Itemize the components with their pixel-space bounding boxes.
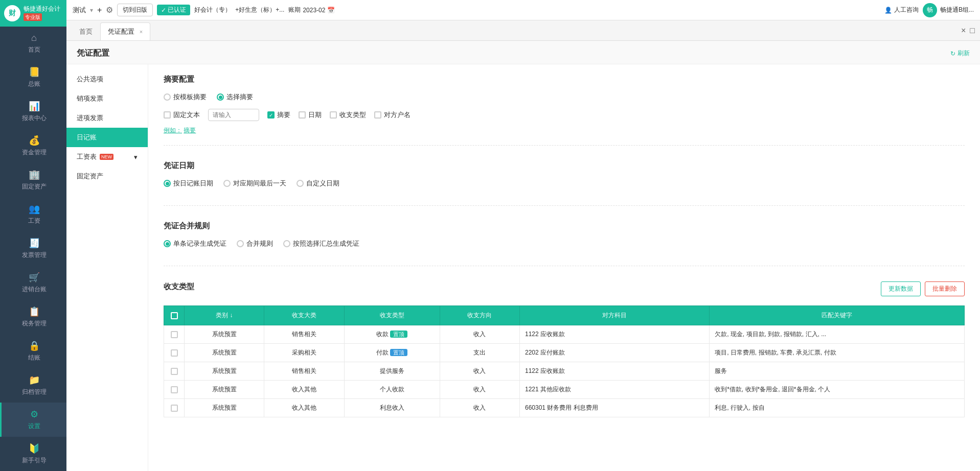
period-info: 账期 2023-02 📅	[288, 6, 335, 14]
sidebar-item-home[interactable]: ⌂首页	[0, 27, 66, 60]
purchase-icon: 🛒	[29, 272, 40, 283]
tab-home[interactable]: 首页	[72, 22, 100, 40]
batch-delete-button[interactable]: 批量删除	[925, 281, 965, 296]
left-nav-item-salary[interactable]: 工资表NEW▾	[66, 147, 148, 167]
company-dropdown-icon[interactable]: ▾	[90, 7, 93, 14]
left-nav-item-public[interactable]: 公共选项	[66, 69, 148, 89]
sidebar-item-guide[interactable]: 🔰新手引导	[0, 437, 66, 471]
sidebar-item-closing[interactable]: 🔒结账	[0, 334, 66, 368]
checkbox-date[interactable]: 日期	[299, 110, 322, 120]
row-checkbox[interactable]	[171, 386, 178, 393]
new-badge: NEW	[100, 154, 113, 160]
row-checkbox[interactable]	[171, 349, 178, 357]
left-nav-item-fixed_asset[interactable]: 固定资产	[66, 167, 148, 186]
sidebar-item-label: 设置	[28, 422, 40, 431]
col-type: 收支类型	[344, 306, 440, 325]
type-tag[interactable]: 置顶	[390, 349, 407, 356]
table-row: 系统预置 收入其他 利息收入 收入 660301 财务费用 利息费用 利息, 行…	[164, 399, 965, 417]
voucher-date-section: 凭证日期 按日记账日期 对应期间最后一天	[164, 161, 965, 206]
table-actions: 更新数据 批量删除	[881, 281, 965, 296]
row-major: 收入其他	[264, 381, 344, 399]
row-checkbox[interactable]	[171, 405, 178, 412]
summary-radio-select[interactable]: 选择摘要	[217, 92, 253, 102]
tab-voucher-config[interactable]: 凭证配置 ×	[100, 22, 150, 40]
checkbox-summary[interactable]: ✓ 摘要	[267, 110, 290, 120]
row-type: 提供服务	[344, 362, 440, 381]
assets-icon: 🏢	[29, 169, 40, 180]
sidebar-item-reports[interactable]: 📊报表中心	[0, 95, 66, 129]
tab-close-icon[interactable]: ×	[140, 29, 143, 35]
sidebar-item-payroll[interactable]: 👥工资	[0, 197, 66, 231]
closing-icon: 🔒	[29, 340, 40, 351]
merge-radio-summary[interactable]: 按照选择汇总生成凭证	[283, 239, 359, 248]
left-nav-item-journal[interactable]: 日记账	[66, 128, 148, 147]
sidebar-item-archive[interactable]: 📁归档管理	[0, 368, 66, 403]
sidebar-item-purchase[interactable]: 🛒进销台账	[0, 266, 66, 300]
sidebar-item-assets[interactable]: 🏢固定资产	[0, 163, 66, 197]
refresh-icon: ↻	[950, 50, 955, 57]
sidebar-item-label: 报表中心	[22, 114, 47, 123]
summary-section-title: 摘要配置	[164, 75, 965, 84]
sidebar-item-label: 进销台账	[22, 285, 47, 294]
customer-service-button[interactable]: 👤 人工咨询	[884, 6, 919, 14]
summary-radio-template[interactable]: 按模板摘要	[164, 92, 207, 102]
merge-radio-rules-circle	[237, 240, 244, 247]
col-keywords: 匹配关键字	[710, 306, 965, 325]
sidebar-item-settings[interactable]: ⚙设置	[0, 403, 66, 437]
page-title: 凭证配置	[77, 48, 109, 59]
left-nav-item-sales[interactable]: 销项发票	[66, 89, 148, 108]
merge-rules-title: 凭证合并规则	[164, 221, 965, 231]
date-radio-journal[interactable]: 按日记账日期	[164, 179, 213, 188]
window-max-button[interactable]: □	[970, 26, 975, 35]
merge-radio-rules[interactable]: 合并规则	[237, 239, 273, 248]
sidebar-item-label: 新手引导	[22, 456, 47, 465]
sidebar-item-label: 总账	[28, 80, 40, 88]
add-button[interactable]: +	[97, 6, 102, 15]
reports-icon: 📊	[29, 101, 40, 112]
checkbox-party[interactable]: 对方户名	[374, 110, 411, 120]
settings-icon[interactable]: ⚙	[106, 5, 113, 15]
ledger-icon: 📒	[29, 66, 40, 78]
right-content-area: 摘要配置 按模板摘要 选择摘要	[148, 64, 980, 471]
row-keywords: 利息, 行驶入, 按自	[710, 399, 965, 417]
summary-radio-template-circle	[164, 93, 171, 101]
sidebar-item-funds[interactable]: 💰资金管理	[0, 129, 66, 163]
archive-icon: 📁	[29, 374, 40, 386]
user-menu[interactable]: 畅 畅捷通B组...	[923, 3, 974, 17]
switch-version-button[interactable]: 切到旧版	[117, 4, 153, 16]
checkbox-fixed-text[interactable]: 固定文本	[164, 110, 200, 120]
row-checkbox[interactable]	[171, 331, 178, 338]
row-direction: 支出	[440, 344, 519, 362]
row-account: 1122 应收账款	[520, 325, 710, 344]
fixed-text-input[interactable]	[208, 109, 259, 121]
calendar-icon[interactable]: 📅	[327, 7, 335, 14]
sidebar-item-invoice[interactable]: 🧾发票管理	[0, 231, 66, 266]
checkbox-type[interactable]: 收支类型	[330, 110, 366, 120]
type-tag[interactable]: 置顶	[390, 331, 407, 338]
col-category: 类别 ↓	[185, 306, 264, 325]
logo-text: 畅捷通好会计 专业版	[24, 5, 60, 21]
sidebar-item-label: 发票管理	[22, 251, 47, 260]
tax-icon: 📋	[29, 306, 40, 317]
sidebar-item-ledger[interactable]: 📒总账	[0, 60, 66, 95]
page-header: 凭证配置 ↻ 刷新	[66, 41, 980, 64]
main-panel: 测试 ▾ + ⚙ 切到旧版 ✓ ✓ 已认证 已认证 好会计（专） +好生意（标）…	[66, 0, 980, 471]
sidebar-logo[interactable]: 财 畅捷通好会计 专业版	[0, 0, 66, 27]
col-major: 收支大类	[264, 306, 344, 325]
summary-checkbox-row: 固定文本 ✓ 摘要 日期	[164, 109, 965, 121]
row-checkbox[interactable]	[171, 368, 178, 375]
sidebar-item-tax[interactable]: 📋税务管理	[0, 300, 66, 334]
date-radio-last[interactable]: 对应期间最后一天	[223, 179, 286, 188]
refresh-button[interactable]: ↻ 刷新	[950, 49, 970, 58]
left-nav-item-purchase_inv[interactable]: 进项发票	[66, 108, 148, 128]
update-data-button[interactable]: 更新数据	[881, 281, 921, 296]
sidebar: 财 畅捷通好会计 专业版 ⌂首页📒总账📊报表中心💰资金管理🏢固定资产👥工资🧾发票…	[0, 0, 66, 471]
date-radio-custom[interactable]: 自定义日期	[297, 179, 339, 188]
company-name: 测试	[73, 6, 86, 15]
invoice-icon: 🧾	[29, 238, 40, 249]
config-layout: 公共选项销项发票进项发票日记账工资表NEW▾固定资产 摘要配置 按模板摘要	[66, 64, 980, 471]
left-nav-label: 固定资产	[77, 172, 103, 181]
window-close-button[interactable]: ×	[961, 26, 966, 35]
merge-radio-single[interactable]: 单条记录生成凭证	[164, 239, 226, 248]
date-radio-last-circle	[223, 180, 231, 187]
